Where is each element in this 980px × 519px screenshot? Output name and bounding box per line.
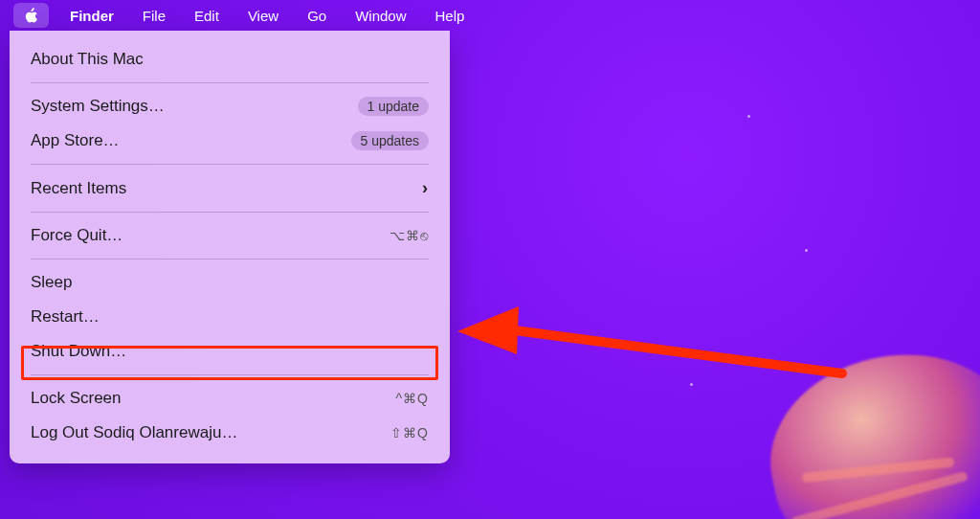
menu-separator xyxy=(31,164,429,165)
menu-separator xyxy=(31,374,429,375)
menu-item-label: About This Mac xyxy=(31,50,429,69)
menu-item-label: Log Out Sodiq Olanrewaju… xyxy=(31,423,390,442)
menu-lock-screen[interactable]: Lock Screen ^⌘Q xyxy=(10,381,450,416)
menu-separator xyxy=(31,82,429,83)
apple-menu-dropdown: About This Mac System Settings… 1 update… xyxy=(10,31,450,463)
svg-marker-0 xyxy=(457,306,519,354)
menu-item-label: Restart… xyxy=(31,307,429,327)
menu-force-quit[interactable]: Force Quit… ⌥⌘⎋ xyxy=(10,218,450,253)
menu-go[interactable]: Go xyxy=(296,4,338,28)
menu-view[interactable]: View xyxy=(236,4,290,28)
menu-window[interactable]: Window xyxy=(344,4,417,28)
update-badge: 5 updates xyxy=(351,131,430,150)
apple-logo-icon xyxy=(23,6,39,25)
annotation-arrow-icon xyxy=(450,297,852,393)
menu-restart[interactable]: Restart… xyxy=(10,300,450,334)
menu-log-out[interactable]: Log Out Sodiq Olanrewaju… ⇧⌘Q xyxy=(10,416,450,450)
menu-file[interactable]: File xyxy=(131,4,177,28)
menu-item-label: System Settings… xyxy=(31,97,358,116)
menu-separator xyxy=(31,259,429,260)
wallpaper-particle xyxy=(690,383,693,386)
menu-bar: Finder File Edit View Go Window Help xyxy=(0,0,980,31)
menu-about-this-mac[interactable]: About This Mac xyxy=(10,42,450,77)
menu-item-label: Shut Down… xyxy=(31,342,429,361)
menu-edit[interactable]: Edit xyxy=(183,4,231,28)
chevron-right-icon: › xyxy=(422,178,429,198)
menu-item-label: App Store… xyxy=(31,131,351,150)
menu-app-store[interactable]: App Store… 5 updates xyxy=(10,124,450,158)
menu-sleep[interactable]: Sleep xyxy=(10,265,450,300)
keyboard-shortcut: ⇧⌘Q xyxy=(390,425,429,440)
menu-item-label: Sleep xyxy=(31,273,429,292)
menu-item-label: Force Quit… xyxy=(31,226,390,245)
update-badge: 1 update xyxy=(358,97,430,116)
keyboard-shortcut: ^⌘Q xyxy=(396,391,429,406)
menu-help[interactable]: Help xyxy=(424,4,477,28)
wallpaper-jellyfish xyxy=(752,332,980,519)
menu-separator xyxy=(31,212,429,213)
menu-recent-items[interactable]: Recent Items › xyxy=(10,170,450,206)
menu-item-label: Lock Screen xyxy=(31,389,396,408)
menu-shut-down[interactable]: Shut Down… xyxy=(10,334,450,369)
menu-system-settings[interactable]: System Settings… 1 update xyxy=(10,89,450,124)
menu-item-label: Recent Items xyxy=(31,179,422,198)
wallpaper-particle xyxy=(805,249,808,252)
menu-app-name[interactable]: Finder xyxy=(58,4,125,28)
apple-menu-button[interactable] xyxy=(13,3,49,28)
wallpaper-particle xyxy=(747,115,750,118)
keyboard-shortcut: ⌥⌘⎋ xyxy=(390,228,429,243)
